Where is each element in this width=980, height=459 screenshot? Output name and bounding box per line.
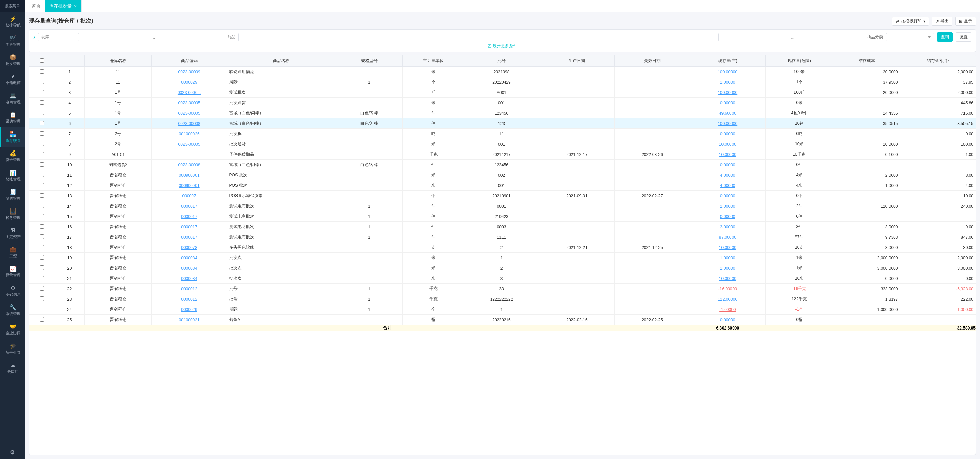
category-select[interactable] — [886, 33, 934, 41]
sidebar-settings[interactable]: ⚙ — [0, 446, 25, 459]
export-btn[interactable]: ↗ 导出 — [932, 16, 953, 26]
row-qty-main[interactable]: 3.00000 — [690, 222, 765, 232]
sidebar-item-general[interactable]: 📊 总账管理 — [0, 166, 25, 185]
sidebar-item-retail[interactable]: 🛒 零售管理 — [0, 31, 25, 51]
row-checkbox[interactable] — [29, 139, 54, 150]
row-qty-main[interactable]: 0.00000 — [690, 160, 765, 170]
row-qty-main[interactable]: 1.00000 — [690, 263, 765, 273]
row-checkbox[interactable] — [29, 77, 54, 88]
row-checkbox[interactable] — [29, 67, 54, 77]
sidebar-item-purchase[interactable]: 📋 采购管理 — [0, 108, 25, 128]
row-qty-main[interactable]: -1.00000 — [690, 304, 765, 315]
row-checkbox[interactable] — [29, 294, 54, 304]
sidebar-item-corp[interactable]: 🤝 企业协同 — [0, 320, 25, 339]
row-qty-main[interactable]: 49.60000 — [690, 108, 765, 118]
row-qty-main[interactable]: 0.00000 — [690, 315, 765, 325]
row-qty-main[interactable]: 100.00000 — [690, 88, 765, 98]
row-index: 9 — [54, 150, 85, 160]
sidebar-item-labor[interactable]: 💼 工资 — [0, 243, 25, 262]
row-qty-main[interactable]: 122.00000 — [690, 294, 765, 304]
row-qty-main[interactable]: 1.00000 — [690, 253, 765, 263]
row-checkbox[interactable] — [29, 253, 54, 263]
toggle-btn[interactable]: ⊞ 显示 — [955, 16, 976, 26]
row-qty-main[interactable]: -16.00000 — [690, 284, 765, 294]
expand-conditions-btn[interactable]: ☑ 展开更多条件 — [487, 43, 517, 49]
row-checkbox[interactable] — [29, 273, 54, 284]
row-prod-date — [539, 108, 614, 118]
row-checkbox[interactable] — [29, 88, 54, 98]
row-unit: 个 — [403, 191, 464, 201]
row-qty-main[interactable]: 0.00000 — [690, 212, 765, 222]
row-qty-main[interactable]: 10.00000 — [690, 139, 765, 150]
row-qty-main[interactable]: 10.00000 — [690, 150, 765, 160]
row-checkbox[interactable] — [29, 118, 54, 129]
row-checkbox[interactable] — [29, 201, 54, 212]
row-warehouse: 晋省稻仓 — [85, 191, 152, 201]
sidebar-item-sys[interactable]: 🔧 系统管理 — [0, 301, 25, 320]
sidebar-item-wholesale[interactable]: 📦 批发管理 — [0, 51, 25, 70]
sidebar-item-inventory[interactable]: 🏪 库存核查 — [0, 128, 25, 147]
row-qty-main[interactable]: 10.00000 — [690, 242, 765, 253]
row-prod-date — [539, 98, 614, 108]
warehouse-input[interactable] — [38, 33, 79, 41]
sidebar-item-cloud[interactable]: ☁ 云应用 — [0, 359, 25, 378]
row-spec — [336, 315, 403, 325]
row-checkbox[interactable] — [29, 212, 54, 222]
sidebar-item-ops[interactable]: 📈 经营管理 — [0, 262, 25, 281]
row-warehouse: 1号 — [85, 98, 152, 108]
row-checkbox[interactable] — [29, 263, 54, 273]
table-row: 13 晋省稻仓 000097 POS显示率保质常 个 20210901 2021… — [29, 191, 975, 201]
sidebar-item-base[interactable]: ⚙ 基础信息 — [0, 281, 25, 301]
row-qty-main[interactable]: 4.00000 — [690, 180, 765, 191]
row-checkbox[interactable] — [29, 284, 54, 294]
row-qty-main[interactable]: 4.00000 — [690, 170, 765, 180]
row-unit: 米 — [403, 170, 464, 180]
row-checkbox[interactable] — [29, 98, 54, 108]
row-qty-main[interactable]: 0.00000 — [690, 98, 765, 108]
col-checkbox-header[interactable] — [29, 55, 54, 67]
row-checkbox[interactable] — [29, 191, 54, 201]
tab-close-btn[interactable]: ✕ — [74, 4, 77, 9]
col-unit-header: 主计量单位 — [403, 55, 464, 67]
filter-arrow[interactable]: › — [33, 34, 35, 40]
sidebar-item-tax[interactable]: 🧮 税务管理 — [0, 204, 25, 224]
row-qty-main[interactable]: 87.00000 — [690, 232, 765, 242]
row-checkbox[interactable] — [29, 242, 54, 253]
goods-input[interactable] — [238, 33, 719, 41]
row-amount: 240.00 — [900, 201, 975, 212]
row-qty-main[interactable]: 2.00000 — [690, 201, 765, 212]
print-btn[interactable]: 🖨 按模板打印 ▾ — [892, 16, 929, 26]
tab-home[interactable]: 首页 — [27, 0, 45, 12]
sidebar-item-ecom[interactable]: 💻 电商管理 — [0, 89, 25, 108]
sidebar-item-invoice[interactable]: 🧾 发票管理 — [0, 185, 25, 204]
row-checkbox[interactable] — [29, 170, 54, 180]
sidebar-item-quick-nav[interactable]: ⚡ 快捷导航 — [0, 12, 25, 31]
tab-inventory-batch[interactable]: 库存批次量 ✕ — [45, 0, 81, 12]
row-checkbox[interactable] — [29, 304, 54, 315]
row-qty-main[interactable]: 10.00000 — [690, 273, 765, 284]
row-checkbox[interactable] — [29, 160, 54, 170]
sidebar-search[interactable]: 搜索菜单 — [0, 0, 25, 12]
row-qty-main[interactable]: 100.00000 — [690, 118, 765, 129]
query-btn[interactable]: 查询 — [937, 32, 953, 41]
row-checkbox[interactable] — [29, 222, 54, 232]
row-checkbox[interactable] — [29, 129, 54, 139]
row-batch: 002 — [464, 170, 539, 180]
row-exp-date — [614, 253, 690, 263]
row-qty-main[interactable]: 100.00000 — [690, 67, 765, 77]
sidebar-item-small-ecom[interactable]: 🛍 小船电商 — [0, 70, 25, 89]
sidebar-item-fixed-assets[interactable]: 🏗 固定资产 — [0, 224, 25, 243]
settings-filter-btn[interactable]: 设置 — [956, 32, 971, 41]
row-checkbox[interactable] — [29, 150, 54, 160]
row-checkbox[interactable] — [29, 232, 54, 242]
row-qty-main[interactable]: 0.00000 — [690, 129, 765, 139]
row-checkbox[interactable] — [29, 315, 54, 325]
row-prod-date: 2022-02-16 — [539, 315, 614, 325]
sidebar-item-guide[interactable]: 🎓 新手引导 — [0, 339, 25, 359]
row-qty-main[interactable]: 0.00000 — [690, 191, 765, 201]
row-qty-main[interactable]: 1.00000 — [690, 77, 765, 88]
row-checkbox[interactable] — [29, 108, 54, 118]
sidebar-item-assets[interactable]: 💰 资金管理 — [0, 147, 25, 166]
select-all-checkbox[interactable] — [40, 58, 44, 63]
row-checkbox[interactable] — [29, 180, 54, 191]
